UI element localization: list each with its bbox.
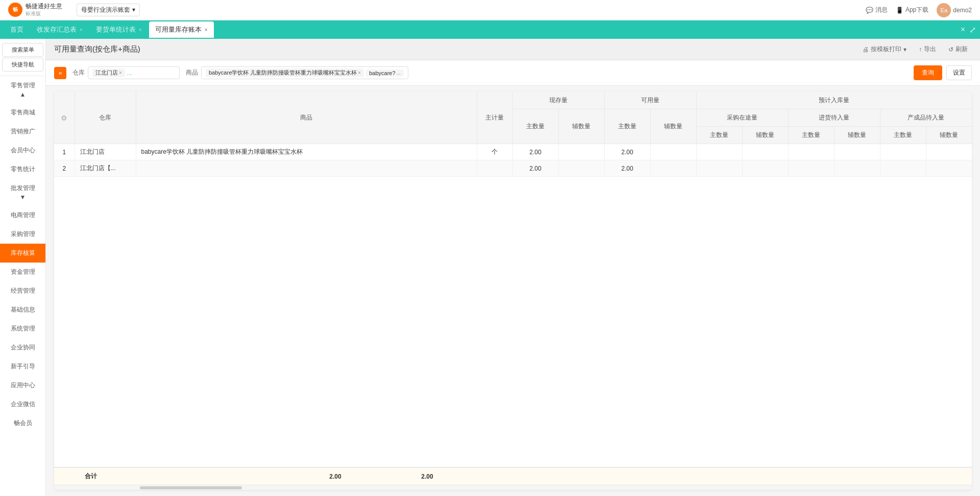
th-planned-in-group: 预计入库量 [696,92,972,109]
sidebar-item-appcenter[interactable]: 应用中心 [0,376,45,395]
th-production-group: 产成品待入量 [880,109,972,127]
th-product: 商品 [136,92,477,144]
footer-stock-main: 2.00 [312,473,358,480]
sidebar-item-zero-retail[interactable]: 零售管理 ▲ [0,76,45,103]
sidebar: 搜索菜单 快捷导航 零售管理 ▲ 零售商城 营销推广 会员中心 零售统计 批发管… [0,39,46,496]
close-all-tabs-btn[interactable]: × [961,25,965,34]
user-menu[interactable]: Ea demo2 [937,3,972,17]
chevron-down-icon-print: ▾ [903,46,906,53]
sidebar-item-operation[interactable]: 经营管理 [0,281,45,300]
product-tag-1-close[interactable]: × [358,70,361,76]
sidebar-item-inventory[interactable]: 库存核算 [0,244,45,263]
warehouse-tag-close[interactable]: × [119,70,122,76]
th-production-aux: 辅数量 [926,127,972,144]
message-btn[interactable]: 💬 消息 [866,6,888,14]
export-btn[interactable]: ↑ 导出 [915,43,940,56]
sidebar-label-appcenter: 应用中心 [11,381,35,390]
brand-logo: 畅 畅捷通好生意 标准版 [8,3,62,17]
filter-toggle-btn[interactable]: » [54,67,66,79]
sidebar-label-inventory: 库存核算 [11,249,35,257]
content-area: 可用量查询(按仓库+商品) 🖨 按模板打印 ▾ ↑ 导出 ↺ 刷新 [46,39,980,496]
th-warehouse: 仓库 [75,92,136,144]
query-btn[interactable]: 查询 [914,65,942,80]
refresh-icon: ↺ [948,46,953,53]
close-tab-available[interactable]: × [205,27,208,33]
th-stock-main: 主数量 [512,109,558,144]
settings-icon[interactable]: ⚙ [61,114,67,122]
sidebar-item-wecom[interactable]: 企业微信 [0,395,45,414]
sidebar-item-mall[interactable]: 零售商城 [0,103,45,122]
td-incoming-aux-1 [834,144,880,160]
sidebar-label-mall: 零售商城 [11,108,35,117]
th-purchase-aux: 辅数量 [742,127,788,144]
th-incoming-group: 进货待入量 [788,109,880,127]
td-production-main-1 [880,144,926,160]
sidebar-item-ecommerce[interactable]: 电商管理 [0,206,45,225]
warehouse-label: 仓库 [72,68,85,77]
tab-receive[interactable]: 收发存汇总表 × [31,21,89,38]
sidebar-item-system[interactable]: 系统管理 [0,319,45,338]
warehouse-tag-1[interactable]: 江北门店 × [92,68,125,77]
print-btn[interactable]: 🖨 按模板打印 ▾ [859,43,911,56]
export-icon: ↑ [919,46,922,53]
top-bar: 畅 畅捷通好生意 标准版 母婴行业演示账套 ▾ 💬 消息 📱 App下载 Ea … [0,0,980,20]
page-actions: 🖨 按模板打印 ▾ ↑ 导出 ↺ 刷新 [859,43,972,56]
sidebar-label-marketing: 营销推广 [11,127,35,136]
td-avail-main-1: 2.00 [604,144,650,160]
sidebar-item-guide[interactable]: 新手引导 [0,357,45,376]
td-avail-main-2: 2.00 [604,160,650,177]
product-tag-2-close[interactable]: ... [397,70,401,76]
sidebar-item-finance[interactable]: 资金管理 [0,263,45,281]
top-bar-right: 💬 消息 📱 App下载 Ea demo2 [866,3,972,17]
settings-btn[interactable]: 设置 [946,65,972,80]
product-input[interactable]: babycare学饮杯 儿童防摔防撞吸管杯重力球吸嘴杯宝宝水杯 × babyca… [201,66,408,79]
app-download-btn[interactable]: 📱 App下载 [896,6,928,14]
close-tab-receive[interactable]: × [80,27,83,33]
sidebar-item-purchase[interactable]: 采购管理 [0,225,45,244]
warehouse-input[interactable]: 江北门店 × ... [88,66,180,79]
nav-tabs: 首页 收发存汇总表 × 要货单统计表 × 可用量库存账本 × × ⤢ [0,20,980,39]
th-stock-aux: 辅数量 [558,109,604,144]
sidebar-quick-nav-btn[interactable]: 快捷导航 [2,58,43,72]
page-header: 可用量查询(按仓库+商品) 🖨 按模板打印 ▾ ↑ 导出 ↺ 刷新 [46,39,980,60]
td-unit-2 [477,160,512,177]
td-purchase-main-1 [696,144,742,160]
warehouse-filter-group: 仓库 江北门店 × ... [72,66,180,79]
sidebar-label-wholesale: 批发管理 [11,184,35,193]
sidebar-item-member[interactable]: 会员中心 [0,141,45,160]
sidebar-item-enterprise[interactable]: 企业协同 [0,338,45,357]
product-label: 商品 [186,68,198,77]
td-stock-main-2: 2.00 [512,160,558,177]
td-production-aux-2 [926,160,972,177]
industry-selector[interactable]: 母婴行业演示账套 ▾ [77,4,140,16]
sidebar-item-wholesale[interactable]: 批发管理 ▼ [0,179,45,206]
td-product-1: babycare学饮杯 儿童防摔防撞吸管杯重力球吸嘴杯宝宝水杯 [136,144,477,160]
sidebar-item-vip[interactable]: 畅会员 [0,414,45,433]
warehouse-more[interactable]: ... [127,69,132,77]
td-avail-aux-2 [650,160,696,177]
close-tab-order[interactable]: × [139,27,142,33]
fullscreen-btn[interactable]: ⤢ [969,25,976,35]
phone-icon: 📱 [896,7,903,14]
refresh-btn[interactable]: ↺ 刷新 [944,43,972,56]
th-settings: ⚙ [54,92,75,144]
tab-home[interactable]: 首页 [4,21,30,38]
brand-icon: 畅 [8,3,22,17]
sidebar-search-btn[interactable]: 搜索菜单 [2,43,43,57]
sidebar-item-stats[interactable]: 零售统计 [0,160,45,179]
product-tag-1[interactable]: babycare学饮杯 儿童防摔防撞吸管杯重力球吸嘴杯宝宝水杯 × [206,68,364,77]
td-product-2 [136,160,477,177]
th-purchase-main: 主数量 [696,127,742,144]
product-tag-2[interactable]: babycare? ... [366,69,404,77]
tab-available[interactable]: 可用量库存账本 × [149,21,214,38]
sidebar-label-ecommerce: 电商管理 [11,211,35,220]
th-avail-aux: 辅数量 [650,109,696,144]
tab-order[interactable]: 要货单统计表 × [90,21,148,38]
td-stock-aux-1 [558,144,604,160]
sidebar-item-base[interactable]: 基础信息 [0,300,45,319]
scrollbar-thumb[interactable] [140,486,242,489]
td-production-aux-1 [926,144,972,160]
sidebar-item-marketing[interactable]: 营销推广 [0,122,45,141]
td-stock-main-1: 2.00 [512,144,558,160]
message-icon: 💬 [866,7,873,14]
